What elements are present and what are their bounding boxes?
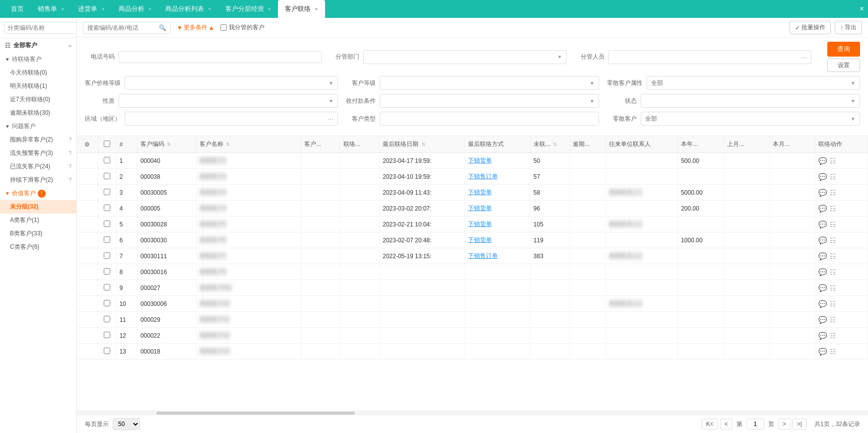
row-last-contact-method[interactable]: 下销货单 — [465, 185, 530, 201]
row-checkbox-cell[interactable] — [98, 216, 116, 232]
row-checkbox[interactable] — [104, 284, 110, 290]
settings-icon[interactable]: ⚙ — [84, 141, 90, 148]
chat-icon[interactable]: 💬 — [818, 284, 827, 292]
more-action-icon[interactable]: ☷ — [830, 332, 836, 340]
row-checkbox[interactable] — [104, 157, 110, 163]
row-checkbox-cell[interactable] — [98, 312, 116, 328]
sidebar-search-input[interactable] — [4, 22, 77, 34]
export-button[interactable]: ↑ 导出 — [835, 21, 862, 34]
tab-customer-contact[interactable]: 客户联络 × — [278, 0, 325, 18]
price-level-select[interactable]: ▼ — [125, 76, 338, 90]
retail-customer-select[interactable]: 全部 ▼ — [641, 112, 860, 126]
tab-analysis-close[interactable]: × — [148, 6, 151, 12]
th-code[interactable]: 客户编码 ⇅ — [137, 136, 196, 153]
row-checkbox[interactable] — [104, 252, 110, 259]
more-action-icon[interactable]: ☷ — [830, 236, 836, 244]
tab-customer-segment-close[interactable]: × — [268, 6, 271, 12]
row-last-contact-method[interactable]: 下销售订单 — [465, 248, 530, 264]
contact-method-link[interactable]: 下销售订单 — [468, 252, 498, 259]
row-checkbox-cell[interactable] — [98, 185, 116, 201]
filter-search-icon[interactable]: 🔍 — [159, 24, 166, 31]
person-ellipsis-icon[interactable]: ··· — [801, 53, 807, 61]
row-last-contact-method[interactable]: 下销货单 — [465, 232, 530, 248]
page-input[interactable] — [746, 419, 764, 430]
contact-method-link[interactable]: 下销货单 — [468, 189, 492, 196]
tab-customer-contact-close[interactable]: × — [315, 6, 318, 12]
row-last-contact-method[interactable]: 下销售订单 — [465, 169, 530, 185]
payment-select[interactable]: ▼ — [380, 94, 599, 108]
row-checkbox[interactable] — [104, 348, 110, 354]
chat-icon[interactable]: 💬 — [818, 300, 827, 308]
tab-analysis-list[interactable]: 商品分析列表 × — [158, 0, 218, 18]
next-page-btn[interactable]: > — [778, 419, 791, 430]
tab-purchase[interactable]: 进货单 × — [71, 0, 111, 18]
tab-home[interactable]: 首页 — [4, 0, 31, 18]
reset-button[interactable]: 设置 — [827, 59, 860, 72]
contact-method-link[interactable]: 下销货单 — [468, 157, 492, 164]
more-action-icon[interactable]: ☷ — [830, 189, 836, 197]
tab-sales[interactable]: 销售单 × — [31, 0, 71, 18]
my-customers-checkbox[interactable]: 我分管的客户 — [220, 23, 265, 32]
contact-method-link[interactable]: 下销售订单 — [468, 173, 498, 180]
row-checkbox-cell[interactable] — [98, 280, 116, 296]
tab-bar-close-all[interactable]: × — [860, 4, 864, 13]
th-name[interactable]: 客户名称 ⇅ — [196, 136, 301, 153]
filter-search-input[interactable] — [87, 24, 157, 31]
more-action-icon[interactable]: ☷ — [830, 220, 836, 228]
row-checkbox[interactable] — [104, 300, 110, 306]
phone-input[interactable] — [119, 51, 322, 63]
row-checkbox-cell[interactable] — [98, 264, 116, 280]
row-checkbox-cell[interactable] — [98, 328, 116, 344]
sidebar-item-today-pending[interactable]: 今天待联络(0) — [0, 66, 76, 79]
chat-icon[interactable]: 💬 — [818, 157, 827, 165]
sidebar-pending-group[interactable]: ▼ 待联络客户 — [0, 53, 76, 66]
row-checkbox[interactable] — [104, 220, 110, 227]
table-scrollbar[interactable] — [77, 411, 868, 415]
row-checkbox[interactable] — [104, 316, 110, 322]
row-checkbox[interactable] — [104, 189, 110, 195]
sidebar-all-customers[interactable]: ☷ 全部客户 « — [0, 38, 76, 53]
row-checkbox-cell[interactable] — [98, 201, 116, 216]
tab-analysis[interactable]: 商品分析 × — [112, 0, 158, 18]
more-action-icon[interactable]: ☷ — [830, 252, 836, 260]
tab-customer-segment[interactable]: 客户分层经营 × — [218, 0, 278, 18]
th-checkbox[interactable] — [98, 136, 116, 153]
area-select[interactable]: ··· — [125, 112, 338, 126]
sidebar-item-b-class[interactable]: B类客户(33) — [0, 227, 76, 240]
chat-icon[interactable]: 💬 — [818, 205, 827, 213]
tab-analysis-list-close[interactable]: × — [208, 6, 211, 12]
person-select[interactable]: ··· — [608, 50, 811, 64]
row-checkbox-cell[interactable] — [98, 344, 116, 360]
customer-level-select[interactable]: ▼ — [380, 76, 599, 90]
more-action-icon[interactable]: ☷ — [830, 316, 836, 324]
my-customers-check[interactable] — [220, 24, 227, 31]
filter-more-btn[interactable]: ▼ 更多条件 ▲ — [177, 23, 214, 32]
customer-type-select[interactable] — [380, 112, 599, 126]
select-all-checkbox[interactable] — [104, 141, 110, 147]
sidebar-collapse-btn[interactable]: « — [68, 43, 71, 49]
dept-select[interactable]: ▼ — [363, 50, 566, 64]
status-select[interactable]: ▼ — [641, 94, 860, 108]
more-action-icon[interactable]: ☷ — [830, 205, 836, 213]
sidebar-item-abnormal[interactable]: 囤购异常客户(2) ? — [0, 133, 76, 146]
sidebar-item-overdue-pending[interactable]: 逾期未联络(30) — [0, 106, 76, 120]
row-checkbox-cell[interactable] — [98, 169, 116, 185]
nature-select[interactable]: ▼ — [119, 94, 338, 108]
sidebar-segment-group[interactable]: ▼ 价值客户 ! — [0, 187, 76, 200]
th-settings[interactable]: ⚙ — [77, 136, 98, 153]
more-action-icon[interactable]: ☷ — [830, 157, 836, 165]
more-action-icon[interactable]: ☷ — [830, 300, 836, 308]
more-action-icon[interactable]: ☷ — [830, 284, 836, 292]
chat-icon[interactable]: 💬 — [818, 268, 827, 276]
page-size-select[interactable]: 50 20 100 — [113, 418, 140, 430]
sidebar-item-c-class[interactable]: C类客户(6) — [0, 240, 76, 254]
batch-op-button[interactable]: ✓ 批量操作 — [790, 21, 831, 34]
chat-icon[interactable]: 💬 — [818, 236, 827, 244]
row-checkbox[interactable] — [104, 236, 110, 243]
tab-purchase-close[interactable]: × — [101, 6, 104, 12]
tab-sales-close[interactable]: × — [61, 6, 64, 12]
sidebar-item-churn-warning[interactable]: 流失预警客户(3) ? — [0, 146, 76, 160]
more-action-icon[interactable]: ☷ — [830, 268, 836, 276]
sidebar-item-a-class[interactable]: A类客户(1) — [0, 214, 76, 227]
sidebar-item-tomorrow-pending[interactable]: 明天待联络(1) — [0, 79, 76, 93]
